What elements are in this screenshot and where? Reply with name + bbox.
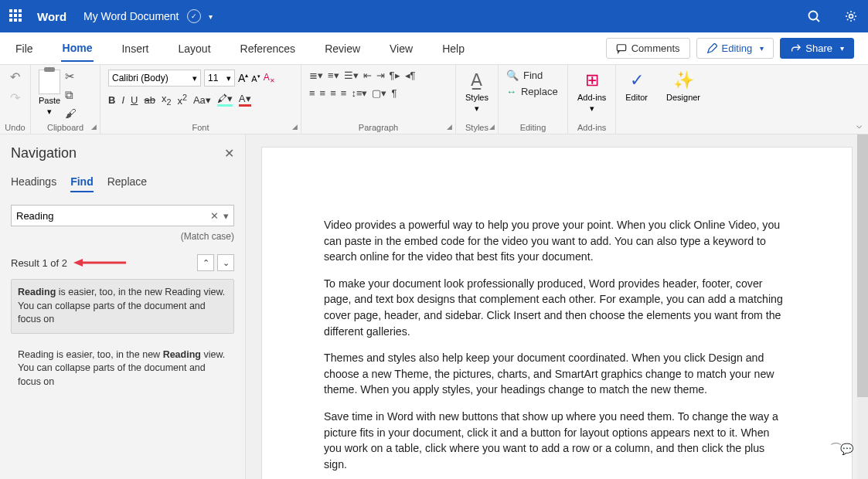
undo-icon[interactable]: ↶	[10, 70, 20, 84]
addins-label: Add-ins	[568, 123, 615, 132]
bullets-icon[interactable]: ≣▾	[309, 70, 323, 81]
paste-icon[interactable]	[39, 70, 60, 94]
decrease-indent-icon[interactable]: ⇤	[363, 70, 372, 81]
tab-layout[interactable]: Layout	[176, 36, 212, 61]
font-family-select[interactable]: Calibri (Body)▾	[108, 70, 201, 87]
tab-references[interactable]: References	[239, 36, 298, 61]
tab-insert[interactable]: Insert	[120, 36, 150, 61]
multilevel-list-icon[interactable]: ☰▾	[344, 70, 359, 81]
paragraph[interactable]: To make your document look professionall…	[324, 276, 790, 339]
collapse-ribbon-icon[interactable]: ⌵	[856, 120, 862, 131]
font-label: Font	[100, 123, 301, 132]
underline-icon[interactable]: U	[131, 94, 138, 106]
shading-icon[interactable]: ▢▾	[372, 87, 386, 99]
clear-formatting-icon[interactable]: A✕	[264, 72, 275, 84]
redo-icon[interactable]: ↷	[10, 90, 20, 105]
chevron-down-icon[interactable]: ▾	[590, 104, 594, 114]
highlight-color-icon[interactable]: 🖍▾	[217, 93, 233, 107]
align-center-icon[interactable]: ≡	[320, 87, 326, 99]
show-marks-icon[interactable]: ¶	[391, 87, 397, 99]
app-launcher-icon[interactable]	[9, 9, 23, 23]
search-icon[interactable]	[806, 8, 822, 24]
strikethrough-icon[interactable]: ab	[144, 94, 155, 106]
scrollbar[interactable]	[857, 134, 868, 479]
tab-home[interactable]: Home	[61, 36, 94, 62]
numbering-icon[interactable]: ≡▾	[328, 70, 339, 81]
share-button[interactable]: Share▾	[780, 38, 854, 59]
dialog-launcher-icon[interactable]: ◢	[489, 123, 495, 131]
tab-review[interactable]: Review	[323, 36, 362, 61]
titlebar: Word My Word Document ✓ ▾	[0, 0, 868, 32]
editing-mode-button[interactable]: Editing▾	[696, 38, 774, 59]
italic-icon[interactable]: I	[121, 94, 124, 106]
subscript-icon[interactable]: x2	[162, 93, 172, 107]
addins-button[interactable]: Add-ins	[577, 93, 606, 102]
clear-icon[interactable]: ✕	[210, 210, 219, 222]
paragraph[interactable]: Themes and styles also help keep your do…	[324, 350, 790, 398]
nav-tab-find[interactable]: Find	[70, 175, 94, 192]
nav-tab-replace[interactable]: Replace	[107, 175, 147, 192]
comment-margin-icon[interactable]: ⁀💬	[832, 441, 853, 457]
app-name: Word	[37, 10, 66, 23]
designer-button[interactable]: Designer	[666, 93, 700, 102]
editor-button[interactable]: Editor	[625, 93, 648, 102]
addins-icon[interactable]: ⊞	[585, 70, 599, 91]
dialog-launcher-icon[interactable]: ◢	[91, 123, 97, 131]
search-result-item[interactable]: Reading is easier, too, in the new Readi…	[11, 341, 234, 396]
font-size-select[interactable]: 11▾	[204, 70, 235, 87]
change-case-icon[interactable]: Aa▾	[193, 94, 211, 106]
chevron-down-icon[interactable]: ▾	[209, 12, 213, 21]
document-page[interactable]: Video provides a powerful way to help yo…	[261, 147, 853, 479]
superscript-icon[interactable]: x2	[177, 93, 187, 107]
styles-button[interactable]: Styles	[465, 93, 488, 102]
settings-icon[interactable]	[843, 8, 859, 24]
font-color-icon[interactable]: A▾	[239, 93, 251, 107]
dialog-launcher-icon[interactable]: ◢	[447, 123, 452, 131]
paragraph[interactable]: Video provides a powerful way to help yo…	[324, 217, 790, 265]
cut-icon[interactable]: ✂	[65, 70, 77, 83]
paste-label[interactable]: Paste	[39, 96, 60, 105]
editor-group: ✓ Editor	[616, 65, 657, 134]
clipboard-group: Paste ▾ ✂ ⧉ 🖌 Clipboard ◢	[31, 65, 100, 134]
document-title[interactable]: My Word Document	[83, 10, 179, 22]
tab-file[interactable]: File	[14, 36, 35, 61]
line-spacing-icon[interactable]: ↕≡▾	[351, 87, 367, 99]
copy-icon[interactable]: ⧉	[65, 88, 77, 102]
result-count: Result 1 of 2	[11, 257, 67, 269]
paragraph[interactable]: Save time in Word with new buttons that …	[324, 409, 790, 472]
justify-icon[interactable]: ≡	[341, 87, 347, 99]
nav-tab-headings[interactable]: Headings	[11, 175, 56, 192]
styles-icon[interactable]: A̲	[471, 70, 482, 91]
grow-font-icon[interactable]: A▴	[238, 72, 248, 84]
ltr-icon[interactable]: ¶▸	[390, 70, 400, 81]
search-options-icon[interactable]: ▾	[223, 210, 229, 222]
dialog-launcher-icon[interactable]: ◢	[292, 123, 298, 131]
search-result-item[interactable]: Reading is easier, too, in the new Readi…	[11, 279, 234, 334]
tab-view[interactable]: View	[388, 36, 414, 61]
next-result-button[interactable]: ⌄	[217, 254, 234, 271]
close-icon[interactable]: ✕	[224, 146, 234, 161]
tab-help[interactable]: Help	[441, 36, 466, 61]
designer-icon[interactable]: ✨	[673, 70, 694, 91]
format-painter-icon[interactable]: 🖌	[65, 107, 77, 120]
bold-icon[interactable]: B	[108, 94, 115, 106]
prev-result-button[interactable]: ⌃	[197, 254, 214, 271]
align-right-icon[interactable]: ≡	[330, 87, 336, 99]
chevron-down-icon[interactable]: ▾	[475, 104, 479, 114]
align-left-icon[interactable]: ≡	[309, 87, 315, 99]
saved-icon[interactable]: ✓	[187, 9, 201, 23]
shrink-font-icon[interactable]: A▾	[251, 73, 260, 83]
annotation-arrow-icon	[73, 258, 128, 267]
find-input[interactable]	[16, 210, 206, 222]
editor-icon[interactable]: ✓	[630, 70, 644, 91]
chevron-down-icon[interactable]: ▾	[47, 107, 52, 117]
increase-indent-icon[interactable]: ⇥	[376, 70, 385, 81]
rtl-icon[interactable]: ◂¶	[405, 70, 416, 81]
undo-group: ↶ ↷ Undo	[0, 65, 31, 134]
replace-button[interactable]: ↔Replace	[506, 86, 560, 97]
addins-group: ⊞ Add-ins ▾ Add-ins	[568, 65, 616, 134]
comments-button[interactable]: Comments	[606, 38, 690, 59]
find-button[interactable]: 🔍Find	[506, 70, 560, 81]
document-area[interactable]: Video provides a powerful way to help yo…	[246, 134, 868, 479]
scroll-thumb[interactable]	[857, 134, 868, 397]
